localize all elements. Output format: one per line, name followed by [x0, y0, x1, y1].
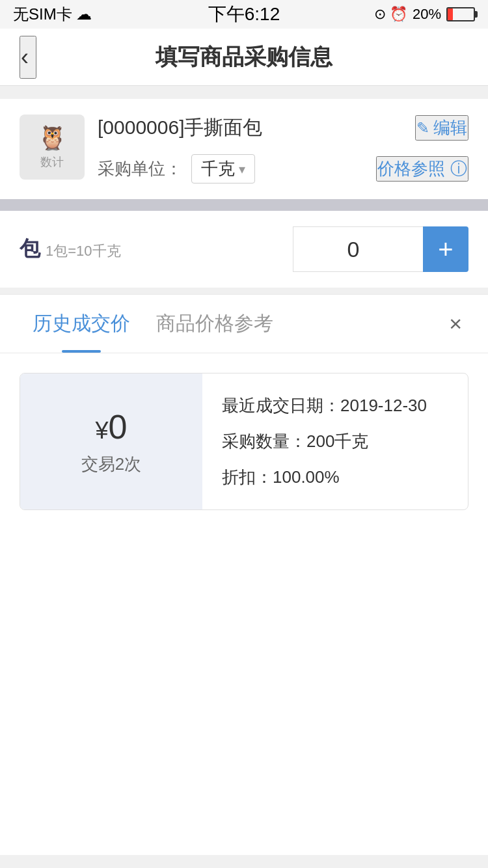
discount-row: 折扣：100.00%: [222, 465, 448, 490]
tab-section: 历史成交价 商品价格参考 × ¥0 交易2次 最近成交日期：2019-12-30…: [0, 294, 488, 855]
unit-select[interactable]: 千克 ▾: [191, 154, 255, 183]
unit-label: 采购单位：: [98, 159, 182, 178]
recent-date-value: 2019-12-30: [340, 396, 427, 415]
product-info: [0000006]手撕面包 ✎ 编辑 采购单位： 千克 ▾ 价格参照 ⓘ: [98, 115, 468, 183]
edit-label: 编辑: [433, 116, 467, 139]
edit-icon: ✎: [416, 119, 429, 137]
product-logo-icon: 🦉: [38, 124, 67, 152]
status-icons: ⊙ ⏰: [374, 6, 407, 23]
sim-label: 无SIM卡 ☁: [13, 4, 92, 25]
discount-label: 折扣：: [222, 467, 273, 487]
product-code: [0000006]: [98, 116, 184, 138]
battery-fill: [448, 8, 453, 20]
nav-bar: ‹ 填写商品采购信息: [0, 29, 488, 86]
product-title-row: [0000006]手撕面包 ✎ 编辑: [98, 115, 468, 141]
price-card: ¥0 交易2次 最近成交日期：2019-12-30 采购数量：200千克 折扣：…: [20, 373, 468, 510]
product-card: 🦉 数计 [0000006]手撕面包 ✎ 编辑 采购单位： 千克 ▾ 价格参照: [0, 99, 488, 199]
product-name: [0000006]手撕面包: [98, 115, 262, 141]
trade-count: 交易2次: [81, 453, 141, 476]
currency-symbol: ¥: [96, 417, 109, 444]
price-ref-label: 价格参照: [377, 157, 445, 180]
section-divider: [0, 199, 488, 211]
purchase-qty-label: 采购数量：: [222, 431, 306, 451]
purchase-qty-value: 200千克: [306, 431, 368, 451]
battery-pct: 20%: [413, 6, 441, 23]
quantity-unit-hint: 1包=10千克: [46, 241, 121, 261]
quantity-plus-button[interactable]: +: [423, 226, 468, 272]
recent-date-row: 最近成交日期：2019-12-30: [222, 393, 448, 418]
product-logo-text: 数计: [40, 154, 64, 170]
product-thumbnail: 🦉 数计: [20, 115, 85, 180]
quantity-unit-main: 包: [20, 235, 40, 264]
discount-value: 100.00%: [273, 467, 340, 487]
quantity-row: 包 1包=10千克 +: [0, 211, 488, 288]
tab-history-price[interactable]: 历史成交价: [20, 295, 143, 353]
status-right: ⊙ ⏰ 20%: [374, 6, 475, 23]
price-card-left: ¥0 交易2次: [20, 373, 202, 509]
price-amount: ¥0: [96, 407, 128, 446]
page-title: 填写商品采购信息: [156, 42, 332, 72]
price-reference-button[interactable]: 价格参照 ⓘ: [376, 156, 468, 182]
quantity-label-group: 包 1包=10千克: [20, 235, 121, 264]
battery-icon: [446, 7, 475, 21]
bottom-content-area: [0, 530, 488, 855]
purchase-qty-row: 采购数量：200千克: [222, 429, 448, 454]
chevron-down-icon: ▾: [239, 161, 245, 177]
tab-product-price-ref[interactable]: 商品价格参考: [143, 295, 286, 353]
help-icon: ⓘ: [450, 157, 467, 180]
unit-value: 千克: [201, 157, 235, 180]
recent-date-label: 最近成交日期：: [222, 396, 340, 415]
quantity-control: +: [293, 226, 468, 272]
tab-header: 历史成交价 商品价格参考 ×: [0, 295, 488, 353]
quantity-input[interactable]: [293, 226, 423, 272]
tab-close-button[interactable]: ×: [442, 305, 468, 343]
status-bar: 无SIM卡 ☁ 下午6:12 ⊙ ⏰ 20%: [0, 0, 488, 29]
price-card-right: 最近成交日期：2019-12-30 采购数量：200千克 折扣：100.00%: [202, 373, 468, 509]
unit-row: 采购单位： 千克 ▾ 价格参照 ⓘ: [98, 154, 468, 183]
status-time: 下午6:12: [208, 2, 280, 27]
status-left: 无SIM卡 ☁: [13, 4, 92, 25]
back-button[interactable]: ‹: [20, 36, 36, 79]
edit-button[interactable]: ✎ 编辑: [415, 115, 468, 141]
unit-selector-group: 采购单位： 千克 ▾: [98, 154, 255, 183]
price-value: 0: [109, 408, 128, 446]
product-name-text: 手撕面包: [184, 116, 262, 138]
